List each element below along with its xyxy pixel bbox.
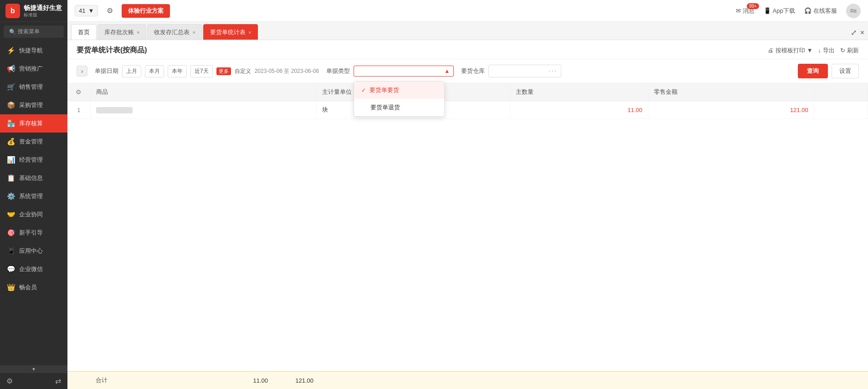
table-header-row: ⚙ 商品 主计量单位 主数量 零售金额: [67, 83, 868, 101]
col-header-goods: 商品: [90, 83, 316, 101]
type-filter-select[interactable]: ▲: [354, 66, 454, 77]
date-filter-group: 单据日期 上月 本月 本年 近7天 更多 自定义 2023-05-06 至 20…: [95, 65, 319, 77]
sidebar-item-finance[interactable]: 💰 资金管理: [0, 133, 67, 151]
check-icon: ✓: [361, 87, 366, 93]
sidebar-item-inventory[interactable]: 🏪 库存核算: [0, 114, 67, 133]
date-more-tag[interactable]: 更多: [216, 67, 231, 75]
system-icon: ⚙️: [6, 192, 15, 201]
row-amount: 121.00: [648, 101, 814, 119]
export-btn[interactable]: ↓ 导出: [818, 46, 835, 55]
finance-icon: 💰: [6, 137, 15, 146]
service-icon: 🎧: [804, 7, 812, 14]
dropdown-item-order-goods[interactable]: ✓ 要货单要货: [354, 82, 444, 99]
filter-settings-button[interactable]: 设置: [832, 64, 859, 78]
search-icon: 🔍: [9, 29, 16, 35]
sidebar-item-enterprise[interactable]: 🤝 企业协同: [0, 205, 67, 224]
footer-total-label: 合计: [73, 376, 228, 384]
sidebar-item-quick-nav[interactable]: ⚡ 快捷导航: [0, 41, 67, 60]
download-icon: 📱: [764, 7, 771, 14]
date-custom-btn[interactable]: 自定义: [235, 67, 251, 75]
settings-bottom-icon[interactable]: ⚙: [6, 377, 13, 385]
sidebar-search[interactable]: 🔍 搜索菜单: [4, 26, 64, 38]
online-service-btn[interactable]: 🎧 在线客服: [804, 7, 837, 15]
tab-home[interactable]: 首页: [71, 24, 97, 40]
sidebar-logo: b 畅捷通好生意 标准版: [0, 0, 67, 22]
trial-button[interactable]: 体验行业方案: [122, 4, 170, 18]
topbar-gear-icon: ⚙: [107, 6, 113, 15]
workspace-number: 41: [79, 7, 85, 14]
col-header-amount: 零售金额: [648, 83, 814, 101]
data-table: ⚙ 商品 主计量单位 主数量 零售金额 1 块 11.00 1: [67, 83, 868, 119]
message-icon: ✉: [736, 7, 741, 14]
sidebar-item-member[interactable]: 👑 畅会员: [0, 278, 67, 297]
messages-badge: 99+: [747, 3, 759, 9]
sidebar-item-guide[interactable]: 🎯 新手引导: [0, 224, 67, 242]
sidebar-item-basic-info[interactable]: 📋 基础信息: [0, 169, 67, 187]
page-actions: 🖨 按模板打印 ▼ ↓ 导出 ↻ 刷新: [768, 46, 859, 55]
sidebar-item-marketing[interactable]: 📢 营销推广: [0, 60, 67, 78]
tab-close-all-icon[interactable]: ×: [860, 29, 864, 37]
table-container: ⚙ 商品 主计量单位 主数量 零售金额 1 块 11.00 1: [67, 83, 868, 371]
date-btn-this-year[interactable]: 本年: [168, 65, 187, 77]
date-btn-last-month[interactable]: 上月: [122, 65, 141, 77]
export-icon: ↓: [818, 47, 822, 54]
print-template-btn[interactable]: 🖨 按模板打印 ▼: [768, 46, 813, 55]
sales-icon: 🛒: [6, 82, 15, 92]
print-icon: 🖨: [768, 47, 774, 54]
sidebar-item-sales[interactable]: 🛒 销售管理: [0, 78, 67, 96]
app-download-btn[interactable]: 📱 App下载: [764, 7, 795, 15]
warehouse-filter-label: 要货仓库: [461, 67, 485, 75]
workspace-chevron-icon: ▼: [88, 7, 94, 14]
type-dropdown-menu: ✓ 要货单要货 要货单退货: [354, 81, 445, 117]
sidebar-item-system[interactable]: ⚙️ 系统管理: [0, 187, 67, 205]
sidebar-item-wechat[interactable]: 💬 企业微信: [0, 260, 67, 278]
footer-amount-value: 121.00: [273, 377, 319, 384]
main-content: 41 ▼ ⚙ 体验行业方案 ✉ 消息 99+ 📱 App下载 🎧 在线客服: [67, 0, 868, 389]
collapse-icon[interactable]: ⇄: [55, 377, 61, 385]
column-settings-icon[interactable]: ⚙: [76, 88, 82, 96]
sidebar: b 畅捷通好生意 标准版 🔍 搜索菜单 ⚡ 快捷导航 📢 营销推广 🛒 销售管理…: [0, 0, 67, 389]
sidebar-item-operations[interactable]: 📊 经营管理: [0, 151, 67, 169]
query-button[interactable]: 查询: [798, 64, 828, 78]
app-center-icon: 📱: [6, 246, 15, 256]
print-chevron-icon: ▼: [807, 47, 813, 54]
footer-quantity-value: 11.00: [228, 377, 273, 384]
col-header-empty: [814, 83, 868, 101]
tab-batch-account[interactable]: 库存批次账 ×: [98, 24, 146, 40]
type-filter-chevron-icon: ▲: [444, 68, 450, 74]
basic-info-icon: 📋: [6, 174, 15, 183]
inventory-icon: 🏪: [6, 119, 15, 128]
refresh-btn[interactable]: ↻ 刷新: [840, 46, 859, 55]
member-icon: 👑: [6, 283, 15, 292]
wechat-icon: 💬: [6, 265, 15, 274]
topbar-settings-btn[interactable]: ⚙: [103, 5, 116, 17]
warehouse-filter-select[interactable]: ···: [488, 65, 561, 77]
filter-expand-btn[interactable]: ›: [77, 66, 87, 77]
date-btn-this-month[interactable]: 本月: [145, 65, 164, 77]
tab-close-batch-account[interactable]: ×: [137, 30, 139, 35]
tab-bar: 首页 库存批次账 × 收发存汇总表 × 要货单统计表 × ⤢ ×: [67, 22, 868, 40]
warehouse-filter-group: 要货仓库 ···: [461, 65, 561, 77]
operations-icon: 📊: [6, 155, 15, 164]
tab-order-summary[interactable]: 要货单统计表 ×: [203, 24, 258, 40]
tab-maximize-icon[interactable]: ⤢: [851, 28, 857, 37]
row-goods: [90, 101, 316, 119]
tab-bar-right: ⤢ ×: [851, 28, 864, 37]
messages-btn[interactable]: ✉ 消息 99+: [736, 7, 755, 15]
workspace-selector[interactable]: 41 ▼: [75, 5, 98, 16]
tab-close-order-summary[interactable]: ×: [248, 30, 251, 35]
date-btn-7days[interactable]: 近7天: [190, 65, 213, 77]
date-range-display: 2023-05-06 至 2023-06-06: [255, 67, 319, 75]
sidebar-item-purchase[interactable]: 📦 采购管理: [0, 96, 67, 114]
goods-blurred: [96, 107, 133, 113]
row-no: 1: [67, 101, 90, 119]
user-avatar[interactable]: Rit: [846, 4, 861, 18]
tab-receive-summary[interactable]: 收发存汇总表 ×: [147, 24, 202, 40]
refresh-icon: ↻: [840, 47, 845, 54]
filter-bar: › 单据日期 上月 本月 本年 近7天 更多 自定义 2023-05-06 至 …: [67, 59, 868, 83]
tab-close-receive-summary[interactable]: ×: [192, 30, 195, 35]
sidebar-item-app-center[interactable]: 📱 应用中心: [0, 242, 67, 260]
table-footer: 合计 11.00 121.00: [67, 371, 868, 389]
sidebar-scroll-down[interactable]: ▼: [0, 365, 67, 373]
dropdown-item-order-return[interactable]: 要货单退货: [354, 99, 444, 116]
